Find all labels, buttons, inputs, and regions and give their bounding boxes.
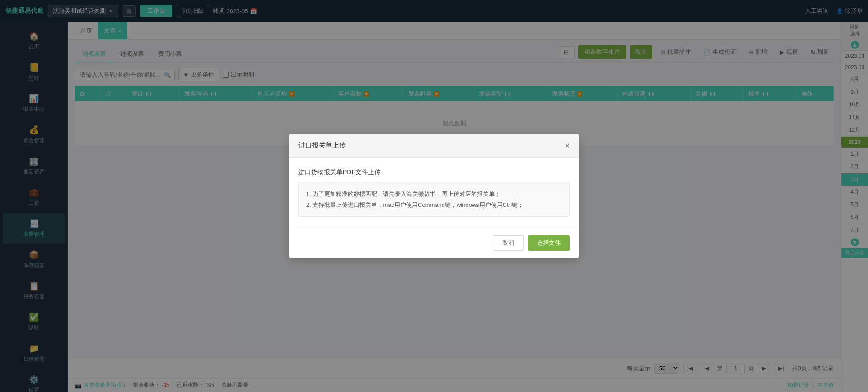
modal-overlay: 进口报关单上传 × 进口货物报关单PDF文件上传 1. 为了更加精准的数据匹配，… [0, 0, 868, 392]
modal-header: 进口报关单上传 × [289, 134, 579, 158]
modal-info-item-1: 1. 为了更加精准的数据匹配，请先录入海关缴款书，再上传对应的报关单； [306, 189, 562, 199]
modal-info-item-2: 2. 支持批量上传进口报关单，mac用户使用Command键，windows用户… [306, 200, 562, 210]
modal-title: 进口报关单上传 [298, 141, 346, 150]
modal-select-file-button[interactable]: 选择文件 [528, 235, 570, 251]
modal-footer: 取消 选择文件 [289, 228, 579, 258]
modal-body: 进口货物报关单PDF文件上传 1. 为了更加精准的数据匹配，请先录入海关缴款书，… [289, 158, 579, 228]
modal-close-button[interactable]: × [565, 142, 570, 150]
modal-cancel-button[interactable]: 取消 [493, 235, 524, 251]
modal-info-box: 1. 为了更加精准的数据匹配，请先录入海关缴款书，再上传对应的报关单； 2. 支… [298, 182, 570, 217]
modal-section-title: 进口货物报关单PDF文件上传 [298, 168, 570, 177]
modal-import-customs: 进口报关单上传 × 进口货物报关单PDF文件上传 1. 为了更加精准的数据匹配，… [289, 134, 579, 258]
